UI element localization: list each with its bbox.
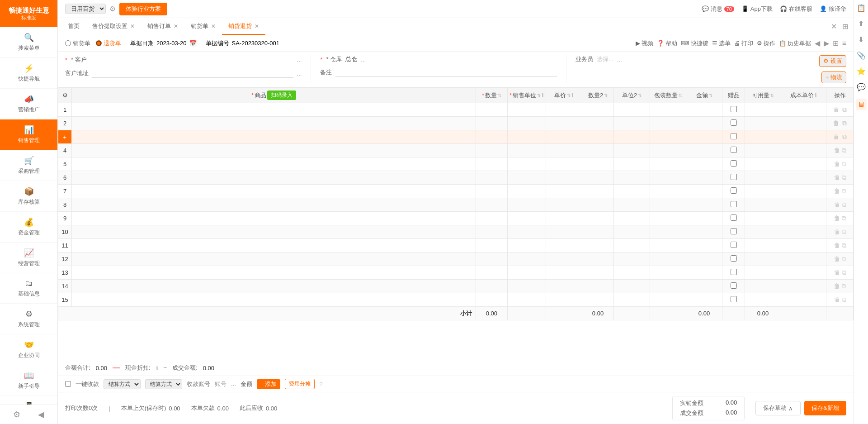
row-4-qty2[interactable] — [582, 144, 614, 157]
row-4-gift-checkbox[interactable] — [731, 147, 737, 153]
row-8-copy-icon[interactable]: ⧉ — [842, 201, 846, 208]
row-1-pkg[interactable] — [650, 103, 686, 117]
price-sort-icon[interactable]: ⇅ — [567, 93, 571, 98]
sidebar-item-shortcut[interactable]: ⚡ 快捷导航 — [0, 58, 57, 89]
sidebar-item-finance[interactable]: 💰 资金管理 — [0, 212, 57, 243]
row-2-qty2[interactable] — [582, 117, 614, 130]
remark-input[interactable] — [335, 68, 557, 77]
table-settings-icon[interactable]: ⚙ — [62, 92, 68, 99]
row-1-qty2[interactable] — [582, 103, 614, 117]
row-14-gift-checkbox[interactable] — [731, 282, 737, 289]
row-1-gift-checkbox[interactable] — [731, 106, 737, 112]
settings-bottom-icon[interactable]: ⚙ — [13, 410, 20, 419]
right-panel-chat-icon[interactable]: 💬 — [857, 83, 866, 91]
row-3-gift-checkbox[interactable] — [731, 133, 737, 139]
unit-info-icon[interactable]: ℹ — [542, 92, 544, 99]
right-panel-up-icon[interactable]: ⬆ — [858, 19, 864, 28]
settlement-select[interactable]: 结算方式 — [104, 379, 141, 389]
row-1-gift[interactable] — [722, 103, 745, 117]
row-12-copy-icon[interactable]: ⧉ — [842, 255, 846, 262]
row-4-qty[interactable] — [476, 144, 507, 157]
row-2-pkg[interactable] — [650, 117, 686, 130]
row-13-copy-icon[interactable]: ⧉ — [842, 269, 846, 276]
online-service-item[interactable]: 🎧 在线客服 — [780, 5, 812, 13]
row-2-copy-icon[interactable]: ⧉ — [842, 119, 847, 127]
account-dots-btn[interactable]: ... — [231, 381, 236, 387]
row-14-delete-icon[interactable]: 🗑 — [834, 282, 840, 290]
row-9-gift-checkbox[interactable] — [731, 214, 737, 221]
row-10-copy-icon[interactable]: ⧉ — [842, 228, 846, 235]
row-6-delete-icon[interactable]: 🗑 — [834, 174, 840, 181]
row-4-unit[interactable] — [507, 144, 546, 157]
qty2-sort-icon[interactable]: ⇅ — [604, 93, 608, 98]
category-select[interactable]: 日用百货 — [65, 4, 106, 14]
right-panel-attach-icon[interactable]: 📎 — [857, 51, 866, 60]
row-4-delete-icon[interactable]: 🗑 — [834, 147, 840, 154]
tab-price-extract[interactable]: 售价提取设置 ✕ — [86, 19, 141, 35]
radio-return-input[interactable] — [96, 40, 102, 46]
row-2-gift-checkbox[interactable] — [731, 119, 737, 126]
toolbar-shortcut-btn[interactable]: ⌨ 快捷键 — [681, 39, 708, 48]
price-info-icon[interactable]: ℹ — [571, 92, 574, 99]
cost-info-icon[interactable]: ℹ — [815, 92, 817, 99]
row-2-cost[interactable] — [781, 117, 826, 130]
qty-sort-icon[interactable]: ⇅ — [498, 93, 501, 98]
row-5-gift-checkbox[interactable] — [731, 160, 737, 167]
calendar-icon[interactable]: 📅 — [189, 40, 197, 47]
unit-sort-icon[interactable]: ⇅ — [537, 93, 541, 98]
row-7-copy-icon[interactable]: ⧉ — [842, 187, 846, 195]
row-13-delete-icon[interactable]: 🗑 — [834, 269, 840, 276]
add-fee-button[interactable]: + 添加 — [257, 379, 281, 389]
header-gear-icon[interactable]: ⚙ — [109, 5, 116, 13]
address-dots-btn[interactable]: ... — [297, 70, 302, 77]
amount-sort-icon[interactable]: ⇅ — [709, 93, 712, 98]
row-10-delete-icon[interactable]: 🗑 — [834, 228, 840, 235]
sidebar-item-guide[interactable]: 📖 新手引导 — [0, 365, 57, 396]
unit2-sort-icon[interactable]: ⇅ — [638, 93, 642, 98]
toolbar-help-btn[interactable]: ❓ 帮助 — [657, 39, 677, 48]
toolbar-video-btn[interactable]: ▶ 视频 — [636, 39, 653, 48]
row-12-delete-icon[interactable]: 🗑 — [834, 255, 840, 262]
row-3-cost[interactable] — [781, 130, 826, 144]
row-13-gift-checkbox[interactable] — [731, 269, 737, 275]
experience-button[interactable]: 体验行业方案 — [119, 3, 167, 15]
tab-sales-return[interactable]: 销货退货 ✕ — [222, 19, 265, 35]
sidebar-item-sales[interactable]: 📊 销售管理 — [0, 119, 57, 150]
add-row-button[interactable]: + — [60, 133, 69, 142]
right-panel-display-icon[interactable]: 🖥 — [856, 99, 867, 110]
sidebar-item-inventory[interactable]: 📦 库存核算 — [0, 181, 57, 212]
row-2-delete-icon[interactable]: 🗑 — [833, 119, 839, 127]
tab-sales-bill[interactable]: 销货单 ✕ — [184, 19, 222, 35]
save-draft-button[interactable]: 保存草稿 ∧ — [755, 401, 801, 415]
row-15-delete-icon[interactable]: 🗑 — [834, 296, 840, 303]
row-12-gift-checkbox[interactable] — [731, 255, 737, 262]
address-input[interactable] — [92, 69, 293, 78]
customer-dots-btn[interactable]: ... — [297, 57, 302, 63]
row-4-goods[interactable] — [72, 144, 476, 157]
tab-sales-return-close[interactable]: ✕ — [255, 23, 259, 29]
row-2-available[interactable] — [745, 117, 781, 130]
warehouse-dots-btn[interactable]: ... — [361, 56, 366, 63]
row-3-qty2[interactable] — [582, 130, 614, 144]
right-panel-star-icon[interactable]: ⭐ — [857, 67, 866, 76]
tab-price-extract-close[interactable]: ✕ — [130, 23, 135, 29]
row-15-copy-icon[interactable]: ⧉ — [842, 296, 846, 303]
row-1-delete-icon[interactable]: 🗑 — [833, 106, 839, 113]
logistics-button[interactable]: + 物流 — [821, 71, 846, 83]
sidebar-item-purchase[interactable]: 🛒 采购管理 — [0, 150, 57, 181]
save-new-button[interactable]: 保存&新增 — [804, 401, 846, 415]
collapse-bottom-icon[interactable]: ◀ — [38, 410, 44, 419]
row-4-copy-icon[interactable]: ⧉ — [842, 147, 846, 154]
message-item[interactable]: 💬 消息 70 — [702, 5, 734, 13]
sidebar-item-apps[interactable]: 📱 应用中心 — [0, 396, 57, 405]
row-6-copy-icon[interactable]: ⧉ — [842, 174, 846, 181]
list-view-icon[interactable]: ≡ — [842, 39, 846, 48]
row-7-gift-checkbox[interactable] — [731, 187, 737, 194]
row-3-unit2[interactable] — [614, 130, 650, 144]
next-doc-icon[interactable]: ▶ — [824, 39, 829, 48]
tab-home[interactable]: 首页 — [61, 19, 86, 35]
row-1-amount[interactable] — [686, 103, 722, 117]
row-3-goods[interactable] — [72, 130, 476, 144]
row-2-unit[interactable] — [507, 117, 546, 130]
row-1-copy-icon[interactable]: ⧉ — [842, 106, 847, 113]
